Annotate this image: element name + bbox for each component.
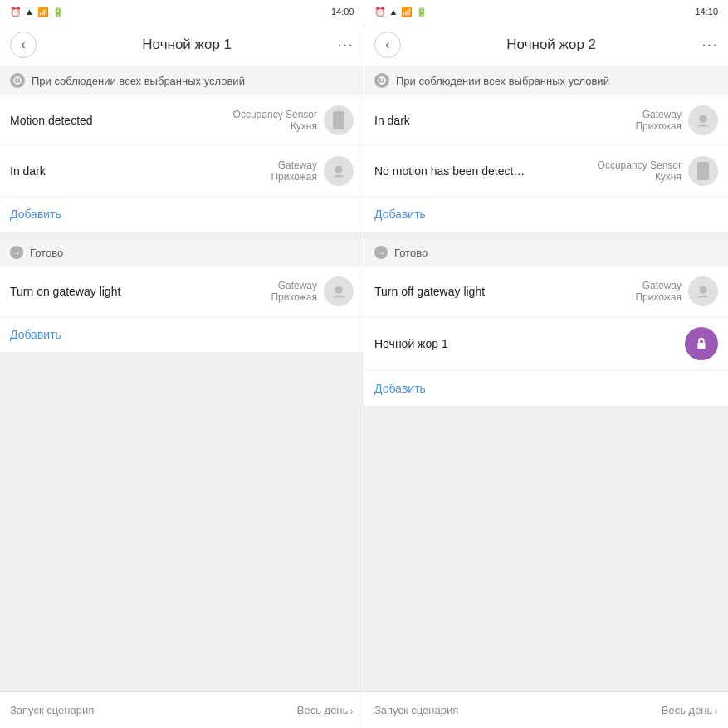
condition-device-1-1: Occupancy Sensor Кухня: [233, 109, 317, 132]
add-action-label-2[interactable]: Добавить: [374, 382, 426, 395]
condition-device-1-2: Gateway Прихожая: [271, 159, 317, 183]
divider-1: [0, 232, 364, 239]
condition-row-2-1[interactable]: In dark Gateway Прихожая: [364, 95, 728, 146]
svg-point-9: [699, 286, 706, 294]
device-loc-1-1: Кухня: [291, 120, 317, 132]
status-left-icons: ⏰ ▲ 📶 🔋: [10, 7, 64, 17]
alarm-icon-right: ⏰: [374, 7, 386, 17]
svg-point-3: [335, 166, 342, 173]
bottom-launch-label-2: Запуск сценария: [374, 704, 662, 716]
panel-1-content: При соблюдении всех выбранных условий Mo…: [0, 66, 364, 691]
battery-icon-left: 🔋: [52, 7, 64, 17]
condition-label-1-1: Motion detected: [10, 114, 233, 127]
alarm-icon-left: ⏰: [10, 7, 22, 17]
actions-title-2: Готово: [394, 247, 428, 259]
back-button-1[interactable]: ‹: [10, 32, 37, 58]
action-device-name-2-1: Gateway: [642, 280, 682, 291]
divider-2: [364, 232, 728, 239]
sensor-shape-2-2: [697, 162, 709, 180]
conditions-title-1: При соблюдении всех выбранных условий: [32, 75, 245, 87]
device-loc-2-2: Кухня: [655, 171, 682, 183]
face-svg-action-2: [694, 282, 712, 300]
face-svg-action-1: [330, 282, 348, 300]
bottom-bar: Запуск сценария Весь день › Запуск сцена…: [0, 691, 728, 728]
action-device-1-1: Gateway Прихожая: [271, 280, 317, 303]
panel-2-title: Ночной жор 2: [506, 37, 596, 53]
action-device-loc-1-1: Прихожая: [271, 291, 317, 303]
device-icon-2-2: [688, 156, 718, 186]
svg-rect-10: [697, 343, 705, 349]
condition-row-1-1[interactable]: Motion detected Occupancy Sensor Кухня: [0, 95, 364, 146]
bottom-half-2[interactable]: Запуск сценария Весь день ›: [364, 692, 728, 728]
conditions-icon-1: [10, 73, 25, 88]
chevron-right-icon-1: ›: [349, 704, 354, 717]
device-name-2-2: Occupancy Sensor: [598, 159, 682, 171]
status-right-icons: ⏰ ▲ 📶 🔋: [374, 7, 428, 17]
battery-icon-right: 🔋: [416, 7, 428, 17]
panel-1: ‹ Ночной жор 1 ··· При соблюдении всех в…: [0, 23, 364, 691]
bottom-launch-label-1: Запуск сценария: [10, 704, 297, 716]
face-svg-2-1: [694, 111, 712, 129]
condition-row-2-2[interactable]: No motion has been detect… Occupancy Sen…: [364, 146, 728, 197]
add-action-label-1[interactable]: Добавить: [10, 328, 61, 341]
action-row-1-1[interactable]: Turn on gateway light Gateway Прихожая: [0, 266, 364, 317]
device-name-2-1: Gateway: [642, 109, 682, 120]
sensor-shape-1-1: [333, 111, 344, 129]
add-action-1[interactable]: Добавить: [0, 317, 364, 353]
action-label-2-1: Turn off gateway light: [374, 285, 635, 298]
action-label-2-2: Ночной жор 1: [374, 337, 685, 350]
device-icon-2-1: [688, 105, 718, 135]
action-icon-1-1: [324, 276, 354, 306]
device-icon-1-1: [324, 105, 354, 135]
more-button-1[interactable]: ···: [337, 35, 354, 54]
add-condition-1[interactable]: Добавить: [0, 197, 364, 232]
signal-icon-right: 📶: [401, 7, 413, 17]
svg-point-4: [335, 286, 342, 294]
condition-device-2-2: Occupancy Sensor Кухня: [598, 159, 682, 183]
ready-icon-1: →: [10, 246, 23, 259]
device-loc-1-2: Прихожая: [271, 171, 317, 183]
bottom-half-1[interactable]: Запуск сценария Весь день ›: [0, 692, 364, 728]
device-name-1-1: Occupancy Sensor: [233, 109, 317, 120]
panel-2: ‹ Ночной жор 2 ··· При соблюдении всех в…: [364, 23, 728, 691]
conditions-header-2: При соблюдении всех выбранных условий: [364, 66, 728, 95]
panel-1-title: Ночной жор 1: [142, 37, 232, 53]
add-condition-label-2[interactable]: Добавить: [374, 208, 426, 221]
action-row-2-2[interactable]: Ночной жор 1: [364, 317, 728, 371]
conditions-title-2: При соблюдении всех выбранных условий: [396, 75, 609, 87]
device-loc-2-1: Прихожая: [635, 120, 682, 132]
condition-row-1-2[interactable]: In dark Gateway Прихожая: [0, 146, 364, 197]
chevron-right-icon-2: ›: [714, 704, 718, 717]
back-button-2[interactable]: ‹: [374, 32, 401, 58]
action-row-2-1[interactable]: Turn off gateway light Gateway Прихожая: [364, 266, 728, 317]
action-device-loc-2-1: Прихожая: [635, 291, 682, 303]
panel-2-header: ‹ Ночной жор 2 ···: [364, 23, 728, 66]
device-name-1-2: Gateway: [278, 159, 317, 171]
action-label-1-1: Turn on gateway light: [10, 285, 271, 298]
face-svg-1-2: [330, 162, 348, 180]
action-device-2-1: Gateway Прихожая: [635, 280, 682, 303]
actions-title-1: Готово: [30, 247, 63, 259]
signal-icon-left: 📶: [37, 7, 49, 17]
bottom-schedule-label-1: Весь день: [297, 704, 349, 716]
status-bar-right: ⏰ ▲ 📶 🔋 14:10: [364, 0, 729, 23]
purple-icon-2-2: [685, 327, 718, 360]
add-condition-2[interactable]: Добавить: [364, 197, 728, 232]
more-button-2[interactable]: ···: [701, 35, 718, 54]
actions-header-2: → Готово: [364, 239, 728, 266]
action-device-name-1-1: Gateway: [278, 280, 317, 291]
bottom-schedule-label-2: Весь день: [662, 704, 713, 716]
svg-point-7: [381, 82, 383, 84]
add-condition-label-1[interactable]: Добавить: [10, 208, 61, 221]
panel-1-header: ‹ Ночной жор 1 ···: [0, 23, 364, 66]
add-action-2[interactable]: Добавить: [364, 371, 728, 407]
condition-label-2-2: No motion has been detect…: [374, 164, 598, 178]
time-left: 14:09: [331, 7, 354, 17]
svg-point-2: [17, 82, 18, 84]
conditions-icon-2: [374, 73, 389, 88]
device-icon-1-2: [324, 156, 354, 186]
wifi-icon-left: ▲: [25, 7, 34, 17]
condition-device-2-1: Gateway Прихожая: [635, 109, 682, 132]
lock-icon: [692, 335, 711, 353]
actions-header-1: → Готово: [0, 239, 364, 266]
